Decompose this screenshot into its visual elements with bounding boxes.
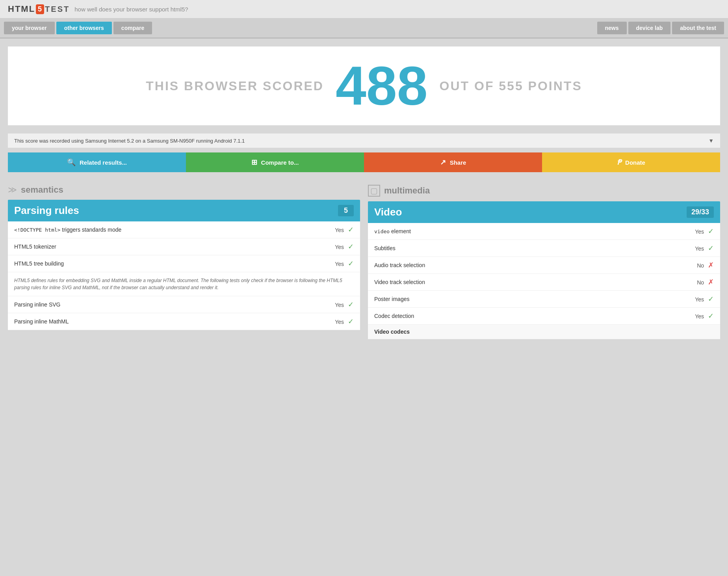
nav-compare[interactable]: compare <box>113 22 152 34</box>
subheader-text: Video codecs <box>368 325 720 339</box>
video-category: Video 29/33 video element Yes ✓ Subtitle… <box>368 201 720 339</box>
video-title: Video <box>374 206 402 218</box>
parsing-rules-category: Parsing rules 5 <!DOCTYPE html> triggers… <box>8 200 360 330</box>
check-yes-icon: ✓ <box>708 312 714 320</box>
test-result: Yes ✓ <box>615 308 720 325</box>
score-panel: THIS BROWSER SCORED 488 OUT OF 555 POINT… <box>8 46 720 125</box>
result-text: Yes <box>695 296 704 303</box>
test-name: Subtitles <box>368 240 615 257</box>
test-name: Parsing inline MathML <box>8 313 254 330</box>
multimedia-icon: ▢ <box>368 185 380 197</box>
table-row: Poster images Yes ✓ <box>368 291 720 308</box>
table-row: Audio track selection No ✗ <box>368 257 720 274</box>
check-yes-icon: ✓ <box>708 227 714 235</box>
test-result: Yes ✓ <box>615 240 720 257</box>
parsing-rules-table: <!DOCTYPE html> triggers standards mode … <box>8 221 360 330</box>
logo-test-text: TEST <box>45 5 70 14</box>
parsing-rules-title-bar: Parsing rules 5 <box>8 200 360 221</box>
nav-device-lab[interactable]: device lab <box>628 22 671 34</box>
test-name: Poster images <box>368 291 615 308</box>
table-row: HTML5 tokenizer Yes ✓ <box>8 238 360 255</box>
result-text: Yes <box>695 313 704 320</box>
result-text: Yes <box>335 244 344 250</box>
main-content: ≫ semantics Parsing rules 5 <!DOCTYPE ht… <box>0 177 728 355</box>
result-text: No <box>697 262 704 269</box>
test-note: HTML5 defines rules for embedding SVG an… <box>8 272 360 296</box>
video-table: video element Yes ✓ Subtitles Yes ✓ <box>368 223 720 339</box>
logo-badge: 5 <box>36 4 44 14</box>
right-column: ▢ multimedia Video 29/33 video element Y… <box>368 185 720 347</box>
table-row: Subtitles Yes ✓ <box>368 240 720 257</box>
check-no-icon: ✗ <box>708 261 714 269</box>
compare-icon: ⊞ <box>251 158 257 167</box>
test-name: Codec detection <box>368 308 615 325</box>
result-text: Yes <box>335 302 344 308</box>
donate-button[interactable]: Ᵽ Donate <box>542 152 720 172</box>
result-text: No <box>697 279 704 286</box>
nav-right: news device lab about the test <box>597 19 724 37</box>
tagline: how well does your browser support html5… <box>74 6 188 13</box>
check-yes-icon: ✓ <box>708 244 714 252</box>
test-result: No ✗ <box>615 257 720 274</box>
multimedia-title: multimedia <box>384 186 430 196</box>
related-results-label: Related results... <box>80 159 127 166</box>
check-yes-icon: ✓ <box>348 301 354 308</box>
result-text: Yes <box>695 245 704 252</box>
check-yes-icon: ✓ <box>708 295 714 303</box>
compare-to-button[interactable]: ⊞ Compare to... <box>186 152 364 172</box>
score-info-text: This score was recorded using Samsung In… <box>14 138 245 144</box>
result-text: Yes <box>335 227 344 233</box>
multimedia-section-header: ▢ multimedia <box>368 185 720 197</box>
table-row: <!DOCTYPE html> triggers standards mode … <box>8 221 360 238</box>
score-label-left: THIS BROWSER SCORED <box>146 79 324 93</box>
test-result: Yes ✓ <box>254 221 360 238</box>
nav-bar: your browser other browsers compare news… <box>0 19 728 39</box>
table-row: Video track selection No ✗ <box>368 274 720 291</box>
test-name: Video track selection <box>368 274 615 291</box>
parsing-rules-score: 5 <box>338 205 354 216</box>
logo-html-text: HTML <box>8 4 35 14</box>
donate-label: Donate <box>625 159 645 166</box>
test-name: Audio track selection <box>368 257 615 274</box>
result-text: Yes <box>695 229 704 235</box>
test-result: No ✗ <box>615 274 720 291</box>
share-button[interactable]: ↗ Share <box>364 152 542 172</box>
actions-bar: 🔍 Related results... ⊞ Compare to... ↗ S… <box>8 152 720 172</box>
logo-badge-5: 5 <box>38 5 42 13</box>
test-name: HTML5 tree building <box>8 255 254 272</box>
test-name: <!DOCTYPE html> triggers standards mode <box>8 221 254 238</box>
test-result: Yes ✓ <box>615 291 720 308</box>
video-title-bar: Video 29/33 <box>368 201 720 223</box>
table-row: video element Yes ✓ <box>368 223 720 240</box>
chevron-down-icon: ▼ <box>708 137 714 144</box>
score-info-bar[interactable]: This score was recorded using Samsung In… <box>8 133 720 148</box>
score-label-right: OUT OF 555 POINTS <box>440 79 582 93</box>
share-icon: ↗ <box>440 158 446 167</box>
search-icon: 🔍 <box>67 158 76 167</box>
nav-left: your browser other browsers compare <box>4 19 152 37</box>
nav-other-browsers[interactable]: other browsers <box>56 22 112 34</box>
video-score: 29/33 <box>687 206 714 218</box>
table-row: Parsing inline MathML Yes ✓ <box>8 313 360 330</box>
check-yes-icon: ✓ <box>348 318 354 325</box>
related-results-button[interactable]: 🔍 Related results... <box>8 152 186 172</box>
score-number: 488 <box>336 58 428 113</box>
left-column: ≫ semantics Parsing rules 5 <!DOCTYPE ht… <box>8 185 360 347</box>
nav-your-browser[interactable]: your browser <box>4 22 55 34</box>
share-label: Share <box>450 159 466 166</box>
semantics-title: semantics <box>21 185 63 195</box>
nav-about-the-test[interactable]: about the test <box>672 22 724 34</box>
paypal-icon: Ᵽ <box>617 158 621 167</box>
nav-news[interactable]: news <box>597 22 627 34</box>
result-text: Yes <box>335 261 344 267</box>
check-no-icon: ✗ <box>708 278 714 286</box>
table-row: HTML5 defines rules for embedding SVG an… <box>8 272 360 296</box>
test-result: Yes ✓ <box>254 296 360 313</box>
logo-area: HTML 5 TEST how well does your browser s… <box>8 4 188 14</box>
semantics-section-header: ≫ semantics <box>8 185 360 195</box>
table-row: HTML5 tree building Yes ✓ <box>8 255 360 272</box>
test-result: Yes ✓ <box>254 313 360 330</box>
table-row: Codec detection Yes ✓ <box>368 308 720 325</box>
test-result: Yes ✓ <box>254 238 360 255</box>
logo-html5: HTML 5 TEST <box>8 4 70 14</box>
